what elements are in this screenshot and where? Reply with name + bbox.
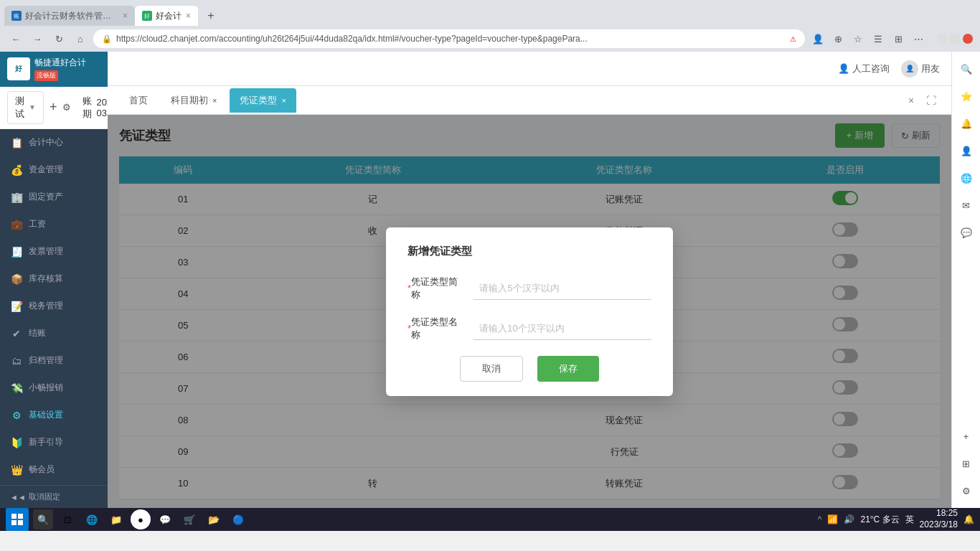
more-icon[interactable]: ⋯: [910, 30, 927, 47]
sys-tray-network: 📶: [827, 514, 838, 524]
right-panel-user-icon[interactable]: 👤: [955, 139, 978, 162]
abbr-input[interactable]: [473, 277, 651, 300]
tab2-close-icon[interactable]: ×: [186, 11, 191, 21]
tab-subjects[interactable]: 科目期初 ×: [161, 88, 227, 113]
sidebar-label-inventory: 库存核算: [29, 273, 63, 285]
right-panel-add-icon[interactable]: +: [955, 425, 978, 448]
right-panel-bell-icon[interactable]: 🔔: [955, 112, 978, 135]
help-button[interactable]: 👤 人工咨询: [838, 62, 890, 75]
maximize-panel-icon[interactable]: ⛶: [923, 92, 940, 109]
help-icon: 👤: [838, 63, 849, 74]
sidebar-label-dashboard: 会计中心: [29, 136, 63, 149]
dialog-actions: 取消 保存: [407, 356, 651, 382]
settings-icon[interactable]: ⚙: [62, 98, 71, 117]
dialog-overlay: 新增凭证类型 * 凭证类型简称 * 凭证类型名称: [108, 115, 951, 508]
sidebar-label-assets: 固定资产: [29, 191, 63, 203]
extensions-icon[interactable]: ⊕: [829, 30, 847, 47]
taskbar-edge-icon[interactable]: 🌐: [82, 509, 102, 529]
sys-tray-arrow[interactable]: ^: [818, 514, 822, 524]
restore-window[interactable]: [950, 34, 960, 44]
sidebar-item-expense[interactable]: 💸 小畅报销: [0, 375, 108, 402]
refresh-button[interactable]: ↻: [50, 30, 67, 47]
content-tabs: 首页 科目期初 × 凭证类型 × × ⛶: [108, 86, 951, 115]
profile-icon[interactable]: 👤: [809, 30, 826, 47]
taskbar-chrome-icon[interactable]: ●: [131, 509, 151, 529]
abbr-field-label: 凭证类型简称: [411, 276, 466, 301]
cancel-fixed-button[interactable]: ◄◄ 取消固定: [10, 491, 98, 502]
taskbar-search-icon[interactable]: 🔍: [33, 509, 53, 529]
sidebar-item-salary[interactable]: 💼 工资: [0, 211, 108, 238]
taskbar-edge2-icon[interactable]: 🔵: [228, 509, 248, 529]
sidebar-item-invoice[interactable]: 🧾 发票管理: [0, 238, 108, 265]
taskbar-notify-icon[interactable]: 🔔: [963, 514, 974, 524]
tab1-close-icon[interactable]: ×: [123, 11, 128, 21]
bookmark-icon[interactable]: ☆: [849, 30, 867, 47]
invoice-icon: 🧾: [10, 245, 23, 258]
right-panel-globe-icon[interactable]: 🌐: [955, 166, 978, 189]
window-controls: [937, 34, 973, 44]
save-dialog-button[interactable]: 保存: [537, 356, 599, 382]
cancel-dialog-button[interactable]: 取消: [460, 356, 523, 382]
start-button[interactable]: [6, 508, 29, 531]
close-panel-icon[interactable]: ×: [903, 92, 920, 109]
workspace-selector[interactable]: 测试 ▼: [7, 91, 44, 124]
tab-voucher[interactable]: 凭证类型 ×: [230, 88, 296, 113]
dashboard-icon: 📋: [10, 136, 23, 149]
right-panel-search-icon[interactable]: 🔍: [955, 57, 978, 80]
close-window[interactable]: [963, 34, 973, 44]
svg-rect-3: [18, 520, 23, 525]
taskbar-folder-icon[interactable]: 📂: [204, 509, 224, 529]
split-icon[interactable]: ⊞: [890, 30, 907, 47]
member-icon: 👑: [10, 463, 23, 476]
new-tab-button[interactable]: +: [201, 6, 221, 26]
right-panel-settings-icon[interactable]: ⚙: [955, 479, 978, 502]
browser-tab-1[interactable]: 账 好会计云财务软件管理系统_会计 ×: [4, 6, 135, 26]
taskbar-explorer-icon[interactable]: 📁: [106, 509, 126, 529]
tab-subjects-close-icon[interactable]: ×: [212, 96, 217, 105]
tab-voucher-close-icon[interactable]: ×: [281, 96, 286, 105]
back-button[interactable]: ←: [7, 30, 24, 47]
sidebar-item-assets[interactable]: 🏢 固定资产: [0, 184, 108, 211]
forward-button[interactable]: →: [29, 30, 46, 47]
tab-window-controls: × ⛶: [903, 92, 940, 109]
tab-subjects-label: 科目期初: [171, 94, 208, 107]
sidebar-item-member[interactable]: 👑 畅会员: [0, 456, 108, 484]
sidebar-item-settings[interactable]: ⚙ 基础设置: [0, 402, 108, 429]
right-panel-grid-icon[interactable]: ⊞: [955, 452, 978, 475]
inventory-icon: 📦: [10, 273, 23, 286]
taskbar: 🔍 ⊡ 🌐 📁 ● 💬 🛒 📂 🔵 ^ 📶 🔊 21°C 多云 英 18:25 …: [0, 508, 980, 531]
right-panel-star-icon[interactable]: ⭐: [955, 85, 978, 108]
taskbar-store-icon[interactable]: 🛒: [179, 509, 199, 529]
archive-icon: 🗂: [10, 354, 23, 367]
sidebar-item-dashboard[interactable]: 📋 会计中心: [0, 129, 108, 156]
dialog-abbr-row: * 凭证类型简称: [407, 276, 651, 301]
taskbar-task-icon[interactable]: ⊡: [57, 509, 77, 529]
taskbar-wechat-icon[interactable]: 💬: [155, 509, 175, 529]
dialog-field-abbr: * 凭证类型简称: [407, 276, 651, 301]
browser-tab-2[interactable]: 好 好会计 ×: [135, 6, 198, 26]
app-container: 好 畅捷通好合计 流畅版 测试 ▼ + ⚙ 账期 2023-03 📅: [0, 52, 980, 508]
name-input[interactable]: [473, 317, 651, 340]
minimize-window[interactable]: [937, 34, 947, 44]
right-panel-mail-icon[interactable]: ✉: [955, 194, 978, 217]
sidebar-item-funds[interactable]: 💰 资金管理: [0, 156, 108, 184]
page-content: 凭证类型 + 新增 ↻ 刷新 编码 凭证类型简称 凭证: [108, 115, 951, 508]
sidebar-item-guide[interactable]: 🔰 新手引导: [0, 429, 108, 456]
logo-badge: 流畅版: [34, 70, 58, 81]
add-button[interactable]: +: [50, 98, 57, 117]
sidebar-label-checkout: 结账: [29, 327, 46, 339]
sidebar-label-salary: 工资: [29, 218, 46, 230]
address-input[interactable]: 🔒 https://cloud2.chanjet.com/accounting/…: [93, 29, 805, 48]
sidebar-item-inventory[interactable]: 📦 库存核算: [0, 265, 108, 293]
reading-icon[interactable]: ☰: [870, 30, 887, 47]
dialog-title: 新增凭证类型: [407, 245, 651, 258]
tab-home[interactable]: 首页: [119, 88, 158, 113]
sidebar-label-archive: 归档管理: [29, 354, 63, 367]
sidebar-item-checkout[interactable]: ✔ 结账: [0, 320, 108, 347]
home-button[interactable]: ⌂: [72, 30, 89, 47]
sidebar-logo: 好 畅捷通好合计 流畅版: [0, 52, 108, 87]
sidebar-item-archive[interactable]: 🗂 归档管理: [0, 347, 108, 375]
right-panel-chat-icon[interactable]: 💬: [955, 221, 978, 244]
user-menu[interactable]: 👤 用友: [901, 60, 940, 77]
sidebar-item-tax[interactable]: 📝 税务管理: [0, 293, 108, 320]
